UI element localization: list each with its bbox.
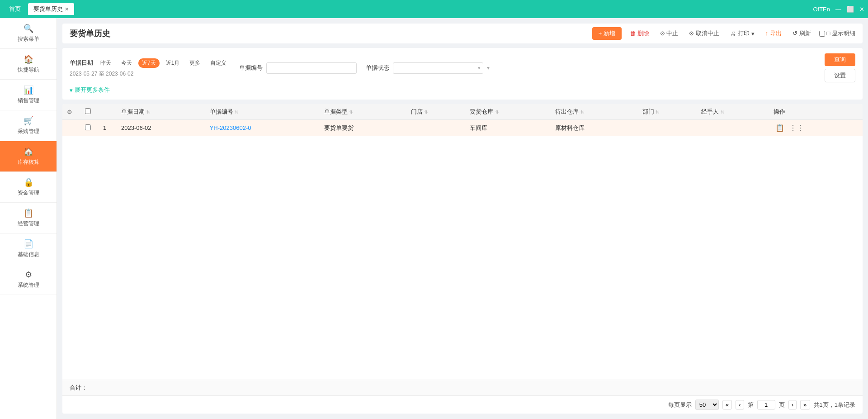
window-maximize-btn[interactable]: ⬜ [847, 6, 854, 13]
row-pending-warehouse-cell: 原材料仓库 [551, 120, 637, 136]
sidebar-item-operations[interactable]: 📋 经营管理 [0, 203, 57, 233]
col-checkbox [80, 104, 99, 120]
per-page-select[interactable]: 10 20 50 100 [695, 400, 719, 410]
table-row: 1 2023-06-02 YH-20230602-0 要货单要货 [62, 120, 863, 136]
stop-button[interactable]: ⊘ 中止 [657, 28, 681, 39]
basic-info-icon: 📄 [24, 239, 33, 249]
row-store-cell [406, 120, 465, 136]
display-detail-checkbox[interactable] [819, 31, 825, 37]
tab-requisition-history[interactable]: 要货单历史 ✕ [28, 3, 74, 15]
new-button[interactable]: + 新增 [592, 27, 622, 40]
table-footer: 合计： [62, 380, 863, 395]
col-store[interactable]: 门店 ⇅ [406, 104, 465, 120]
print-dropdown-icon: ▾ [751, 30, 755, 37]
sidebar-item-finance[interactable]: 🔒 资金管理 [0, 172, 57, 203]
first-page-button[interactable]: « [722, 400, 732, 409]
status-filter-group: 单据状态 ▾ [366, 62, 490, 74]
query-search-button[interactable]: 查询 [825, 53, 855, 66]
window-close-btn[interactable]: ✕ [859, 6, 864, 13]
row-more-button[interactable]: ⋮⋮ [788, 123, 806, 133]
cancel-stop-button[interactable]: ⊗ 取消中止 [686, 28, 722, 39]
status-select[interactable] [393, 62, 483, 74]
sidebar-item-quick-nav-label: 快捷导航 [18, 66, 39, 74]
col-pending-warehouse[interactable]: 待出仓库 ⇅ [551, 104, 637, 120]
col-settings[interactable]: ⚙ [62, 104, 80, 120]
sidebar-item-basic-info[interactable]: 📄 基础信息 [0, 233, 57, 264]
print-label: 打印 [738, 29, 750, 38]
col-department[interactable]: 部门 ⇅ [638, 104, 697, 120]
date-pill-custom[interactable]: 自定义 [207, 58, 230, 68]
sidebar-item-quick-nav[interactable]: 🏠 快捷导航 [0, 49, 57, 80]
date-pill-7days[interactable]: 近7天 [138, 58, 160, 68]
expand-icon: ▾ [70, 87, 73, 94]
row-req-warehouse-cell: 车间库 [465, 120, 551, 136]
date-pill-yesterday[interactable]: 昨天 [97, 58, 115, 68]
inventory-icon: 🏠 [24, 147, 33, 157]
row-edit-button[interactable]: 📋 [774, 123, 786, 133]
sales-icon: 📊 [24, 85, 33, 95]
expand-conditions-button[interactable]: ▾ 展开更多条件 [70, 86, 855, 94]
delete-button[interactable]: 🗑 删除 [627, 28, 652, 39]
col-num [99, 104, 117, 120]
display-detail-button[interactable]: □ 显示明细 [819, 29, 855, 38]
refresh-button[interactable]: ↺ 刷新 [790, 28, 814, 39]
col-action: 操作 [769, 104, 863, 120]
system-icon: ⚙ [25, 270, 32, 280]
col-department-sort-icon: ⇅ [656, 110, 659, 114]
date-pill-today[interactable]: 今天 [118, 58, 136, 68]
prev-page-button[interactable]: ‹ [736, 400, 744, 409]
row-action-cell: 📋 ⋮⋮ [769, 120, 863, 136]
col-bill-no-label: 单据编号 [210, 108, 233, 115]
purchase-icon: 🛒 [24, 116, 33, 126]
tab-close-icon[interactable]: ✕ [65, 6, 69, 12]
date-filter-group: 单据日期 昨天 今天 近7天 近1月 更多 自定义 2023-05-27 至 2… [70, 58, 230, 78]
col-date[interactable]: 单据日期 ⇅ [117, 104, 205, 120]
col-date-label: 单据日期 [121, 108, 145, 115]
query-settings-button[interactable]: 设置 [825, 69, 855, 82]
col-handler[interactable]: 经手人 ⇅ [697, 104, 769, 120]
col-req-warehouse[interactable]: 要货仓库 ⇅ [465, 104, 551, 120]
row-num-cell: 1 [99, 120, 117, 136]
row-bill-no-link[interactable]: YH-20230602-0 [210, 124, 251, 131]
date-pills: 昨天 今天 近7天 近1月 更多 自定义 [97, 58, 230, 68]
pagination-bar: 每页显示 10 20 50 100 « ‹ 第 页 › » 共1页，1条记录 [62, 395, 863, 414]
row-bill-type: 要货单要货 [324, 124, 354, 131]
sidebar-item-search-menu-label: 搜索菜单 [18, 35, 39, 43]
sidebar-item-sales-label: 销售管理 [18, 97, 39, 105]
page-number-input[interactable] [757, 400, 775, 409]
sidebar-item-sales[interactable]: 📊 销售管理 [0, 80, 57, 110]
sidebar-item-system[interactable]: ⚙ 系统管理 [0, 264, 57, 295]
date-pill-1month[interactable]: 近1月 [162, 58, 184, 68]
top-bar: 首页 要货单历史 ✕ OfTEn — ⬜ ✕ [0, 0, 868, 18]
table-body: 1 2023-06-02 YH-20230602-0 要货单要货 [62, 120, 863, 136]
data-table: ⚙ 单据日期 ⇅ 单据编号 ⇅ [62, 104, 863, 136]
tab-home[interactable]: 首页 [4, 3, 26, 15]
col-bill-no-sort-icon: ⇅ [235, 110, 238, 114]
tab-bar: 首页 要货单历史 ✕ [4, 3, 74, 15]
sidebar-item-system-label: 系统管理 [18, 281, 39, 289]
brand-label: OfTEn [813, 6, 830, 13]
row-date: 2023-06-02 [121, 124, 151, 131]
col-bill-no[interactable]: 单据编号 ⇅ [205, 104, 320, 120]
col-date-sort-icon: ⇅ [146, 110, 150, 114]
row-pending-warehouse: 原材料仓库 [555, 124, 585, 131]
row-bill-no-cell: YH-20230602-0 [205, 120, 320, 136]
select-all-checkbox[interactable] [85, 108, 91, 114]
content-area: 要货单历史 + 新增 🗑 删除 ⊘ 中止 ⊗ 取消中止 🖨 打印 ▾ ↑ 导出 … [57, 18, 868, 419]
date-pill-more[interactable]: 更多 [186, 58, 204, 68]
row-checkbox[interactable] [85, 124, 91, 130]
sidebar-item-inventory[interactable]: 🏠 库存核算 [0, 141, 57, 172]
sidebar-item-search-menu[interactable]: 🔍 搜索菜单 [0, 18, 57, 49]
next-page-button[interactable]: › [788, 400, 797, 409]
table-settings-icon[interactable]: ⚙ [67, 109, 72, 115]
export-button[interactable]: ↑ 导出 [763, 28, 784, 39]
table-header-row: ⚙ 单据日期 ⇅ 单据编号 ⇅ [62, 104, 863, 120]
date-filter-label: 单据日期 [70, 59, 93, 67]
last-page-button[interactable]: » [800, 400, 810, 409]
col-bill-type[interactable]: 单据类型 ⇅ [320, 104, 406, 120]
bill-number-input[interactable] [266, 62, 357, 74]
window-minimize-btn[interactable]: — [835, 6, 841, 13]
sidebar-item-purchase[interactable]: 🛒 采购管理 [0, 110, 57, 141]
col-department-label: 部门 [642, 108, 654, 115]
print-button[interactable]: 🖨 打印 ▾ [727, 28, 757, 39]
